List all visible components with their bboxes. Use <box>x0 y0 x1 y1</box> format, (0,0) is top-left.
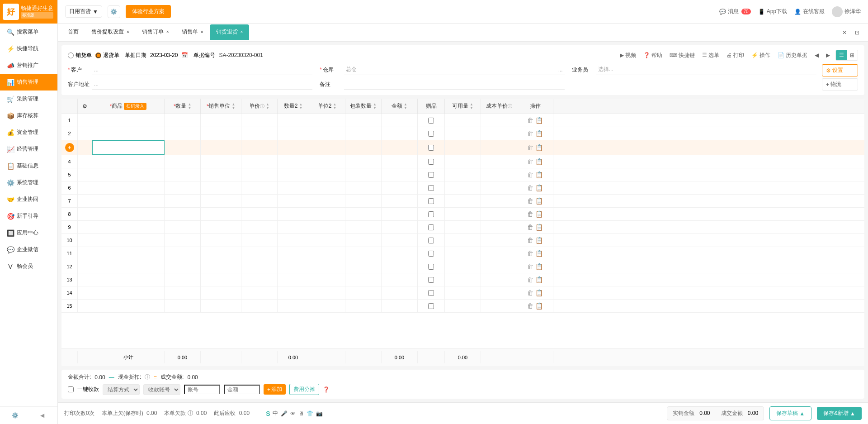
calc-method-select[interactable]: 结算方式 <box>103 384 140 395</box>
copy-row-button[interactable]: 📋 <box>535 117 543 124</box>
copy-row-button[interactable]: 📋 <box>535 171 543 178</box>
row-pack[interactable] <box>345 140 382 155</box>
delete-row-button[interactable]: 🗑 <box>527 117 533 124</box>
app-download-button[interactable]: 📱 App下载 <box>758 8 787 15</box>
settings-bottom-btn[interactable]: ⚙️ <box>4 410 27 420</box>
sidebar-item-operations[interactable]: 📈 经营管理 <box>0 141 57 157</box>
row-amount[interactable] <box>382 140 418 155</box>
row-cost[interactable] <box>481 127 517 140</box>
save-new-button[interactable]: 保存&新增 ▲ <box>817 407 862 420</box>
row-amount[interactable] <box>382 114 418 127</box>
delete-row-button[interactable]: 🗑 <box>527 224 533 231</box>
row-gift[interactable] <box>418 114 445 127</box>
copy-row-button[interactable]: 📋 <box>535 224 543 231</box>
maximize-window-button[interactable]: ⊡ <box>852 27 863 38</box>
radio-return[interactable]: 退货单 <box>95 52 119 59</box>
delete-row-button[interactable]: 🗑 <box>527 144 533 151</box>
delete-row-button[interactable]: 🗑 <box>527 263 533 270</box>
help-button[interactable]: ❓ 帮助 <box>642 51 664 60</box>
sidebar-item-basics[interactable]: 📋 基础信息 <box>0 157 57 174</box>
amount-input[interactable] <box>224 385 260 394</box>
radio-return-input[interactable] <box>95 52 101 58</box>
row-price[interactable] <box>241 114 278 127</box>
fee-split-button[interactable]: 费用分摊 <box>289 384 319 395</box>
copy-row-button[interactable]: 📋 <box>535 263 543 270</box>
delete-row-button[interactable]: 🗑 <box>527 237 533 244</box>
sidebar-item-purchase[interactable]: 🛒 采购管理 <box>0 91 57 107</box>
sidebar-item-sales[interactable]: 📊 销售管理 <box>0 74 57 91</box>
sidebar-item-weixin[interactable]: 💬 企业微信 <box>0 241 57 258</box>
row-qty2[interactable] <box>278 127 309 140</box>
add-row-button[interactable]: + <box>65 143 74 152</box>
row-qty[interactable] <box>165 127 201 140</box>
row-price[interactable] <box>241 140 278 155</box>
tab-price-settings[interactable]: 售价提取设置 × <box>85 24 136 40</box>
next-button[interactable]: ▶ <box>824 51 832 59</box>
sidebar-item-finance[interactable]: 💰 资金管理 <box>0 124 57 141</box>
copy-row-button[interactable]: 📋 <box>535 250 543 257</box>
row-amount[interactable] <box>382 127 418 140</box>
row-qty2[interactable] <box>278 140 309 155</box>
trial-button[interactable]: 体验行业方案 <box>126 5 171 18</box>
copy-row-button[interactable]: 📋 <box>535 289 543 296</box>
header-gear-button[interactable]: ⚙️ <box>108 5 120 18</box>
row-unit2[interactable] <box>309 114 345 127</box>
radio-sale[interactable]: 销货单 <box>68 52 92 59</box>
copy-row-button[interactable]: 📋 <box>535 184 543 191</box>
warehouse-input[interactable]: 总仓 ... <box>344 64 564 75</box>
sidebar-item-appcenter[interactable]: 🔲 应用中心 <box>0 224 57 241</box>
unit2-sort-icon[interactable]: ▲▼ <box>333 103 336 110</box>
row-gift[interactable] <box>418 140 445 155</box>
row-avail[interactable] <box>445 127 481 140</box>
copy-row-button[interactable]: 📋 <box>535 130 543 137</box>
scan-input-button[interactable]: 扫码录入 <box>124 103 146 110</box>
row-cost[interactable] <box>481 114 517 127</box>
sidebar-item-collab[interactable]: 🤝 企业协同 <box>0 191 57 208</box>
settings-col-icon[interactable]: ⚙ <box>82 103 87 110</box>
row-qty2[interactable] <box>278 114 309 127</box>
list-view-button[interactable]: ☰ <box>836 50 847 60</box>
account-number-input[interactable] <box>184 385 220 394</box>
customer-input[interactable]: ... <box>92 64 312 75</box>
close-tab-sales[interactable]: × <box>201 29 203 34</box>
onepay-checkbox[interactable] <box>68 386 74 392</box>
delete-row-button[interactable]: 🗑 <box>527 197 533 205</box>
settings-action-button[interactable]: ⚙ 设置 <box>822 64 858 76</box>
delete-row-button[interactable]: 🗑 <box>527 302 533 310</box>
delete-row-button[interactable]: 🗑 <box>527 158 533 165</box>
prev-button[interactable]: ◀ <box>813 51 821 59</box>
select-button[interactable]: ☰ 选单 <box>700 51 721 60</box>
radio-sale-input[interactable] <box>68 52 74 58</box>
print-button[interactable]: 🖨 打印 <box>725 51 746 60</box>
pack-sort-icon[interactable]: ▲▼ <box>373 103 377 110</box>
row-qty[interactable] <box>165 114 201 127</box>
row-price[interactable] <box>241 127 278 140</box>
avail-sort-icon[interactable]: ▲▼ <box>470 103 473 110</box>
qty-sort-icon[interactable]: ▲▼ <box>188 103 191 110</box>
sidebar-item-inventory[interactable]: 📦 库存核算 <box>0 107 57 124</box>
user-profile[interactable]: 徐泽华 <box>832 6 861 17</box>
sidebar-item-system[interactable]: ⚙️ 系统管理 <box>0 174 57 191</box>
row-sales-unit[interactable] <box>201 140 241 155</box>
row-sales-unit[interactable] <box>201 114 241 127</box>
add-payment-button[interactable]: + 添加 <box>264 384 286 395</box>
online-service-button[interactable]: 👤 在线客服 <box>794 8 825 15</box>
row-avail[interactable] <box>445 140 481 155</box>
row-sales-unit[interactable] <box>201 127 241 140</box>
delete-row-button[interactable]: 🗑 <box>527 276 533 283</box>
row-product[interactable] <box>92 114 165 127</box>
row-pack[interactable] <box>345 127 382 140</box>
history-button[interactable]: 📄 历史单据 <box>776 51 809 60</box>
copy-row-button[interactable]: 📋 <box>535 210 543 218</box>
row-cost[interactable] <box>481 140 517 155</box>
copy-row-button[interactable]: 📋 <box>535 302 543 310</box>
row-pack[interactable] <box>345 114 382 127</box>
row-qty[interactable] <box>165 140 201 155</box>
shortcut-button[interactable]: ⌨ 快捷键 <box>668 51 697 60</box>
sidebar-item-newuser[interactable]: 🎯 新手引导 <box>0 208 57 224</box>
copy-row-button[interactable]: 📋 <box>535 237 543 244</box>
close-window-button[interactable]: ✕ <box>839 27 850 38</box>
product-input[interactable] <box>94 145 162 150</box>
row-unit2[interactable] <box>309 127 345 140</box>
grid-view-button[interactable]: ⊞ <box>847 50 858 60</box>
